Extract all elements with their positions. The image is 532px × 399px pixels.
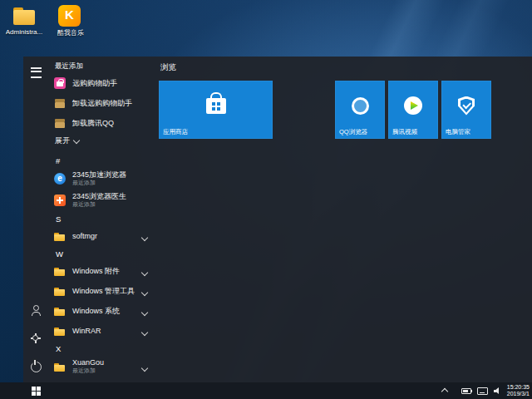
tray-chevron-up-icon[interactable]: [441, 388, 448, 395]
tile-label: 腾讯视频: [392, 128, 417, 136]
app-item-label: XuanGou: [72, 358, 104, 367]
app-folder-item[interactable]: softmgr: [48, 226, 155, 246]
settings-button[interactable]: [23, 329, 48, 347]
start-button[interactable]: [25, 382, 47, 399]
app-item-label: Windows 管理工具: [72, 286, 135, 297]
chevron-down-icon: [141, 365, 148, 372]
app-folder-item[interactable]: XuanGou 最近添加: [48, 356, 155, 377]
desktop: Administra... 酷我音乐 最近添加 远购购物助手: [0, 0, 532, 399]
app-item-label: 卸载远购购物助手: [72, 98, 132, 109]
tile-label: QQ浏览器: [339, 128, 367, 136]
app-item-subtitle: 最近添加: [72, 200, 126, 209]
tile-pc-manager[interactable]: 电脑管家: [441, 81, 491, 139]
section-letter-label: X: [56, 344, 61, 353]
section-letter-x[interactable]: X: [48, 341, 155, 356]
tile-empty-slot: [276, 81, 332, 139]
section-letter-label: S: [56, 214, 61, 224]
folder-icon: [53, 229, 66, 243]
taskbar-clock[interactable]: 15:20:35 2019/3/1: [507, 384, 530, 397]
app-item[interactable]: 远购购物助手: [48, 73, 155, 93]
folder-icon: [53, 304, 66, 318]
app-item-subtitle: 最近添加: [72, 179, 126, 187]
clock-date: 2019/3/1: [507, 391, 530, 397]
volume-icon[interactable]: [494, 387, 501, 394]
app-folder-item[interactable]: Windows 管理工具: [48, 281, 155, 301]
tile-label: 电脑管家: [446, 128, 470, 136]
folder-icon: [53, 264, 66, 278]
app-item[interactable]: 2345加速浏览器 最近添加: [48, 168, 155, 190]
user-icon: [30, 305, 42, 316]
section-letter-s[interactable]: S: [48, 211, 155, 226]
section-letter-label: #: [56, 156, 60, 165]
start-menu: 最近添加 远购购物助手 卸载远购购物助手 卸载腾讯QQ 展开 #: [23, 57, 532, 382]
app-folder-item[interactable]: Windows 系统: [48, 301, 155, 321]
desktop-icon-label: Administra...: [6, 28, 42, 36]
app-item[interactable]: 卸载腾讯QQ: [48, 113, 155, 133]
app-item-label: 2345加速浏览器: [72, 170, 126, 179]
chevron-down-icon: [141, 289, 148, 296]
power-button[interactable]: [23, 357, 48, 376]
app-item-label: 卸载腾讯QQ: [72, 118, 114, 129]
start-menu-tiles: 浏览 应用商店 QQ浏览器 腾讯视频: [155, 57, 532, 382]
app-item[interactable]: 2345浏览器医生 最近添加: [48, 190, 155, 211]
hamburger-icon: [31, 67, 42, 78]
recently-added-header: 最近添加: [48, 60, 155, 73]
desktop-icon-label: 酷我音乐: [57, 28, 84, 37]
uninstall-icon: [53, 96, 66, 110]
taskbar: 15:20:35 2019/3/1: [0, 382, 532, 399]
qq-browser-icon: [352, 97, 369, 115]
app-item-label: 远购购物助手: [72, 78, 117, 89]
play-icon: [404, 96, 422, 115]
section-letter-w[interactable]: W: [48, 246, 155, 261]
kuwo-music-icon: [58, 5, 81, 27]
desktop-icon-kuwo-music[interactable]: 酷我音乐: [52, 5, 90, 37]
tile-group-header[interactable]: 浏览: [160, 62, 532, 73]
desktop-icon-administrator[interactable]: Administra...: [5, 5, 43, 37]
chevron-down-icon: [141, 269, 148, 276]
expand-toggle[interactable]: 展开: [48, 133, 155, 148]
folder-icon: [53, 360, 66, 373]
app-item-label: WinRAR: [72, 327, 101, 335]
touch-keyboard-icon[interactable]: [477, 387, 488, 395]
folder-icon: [53, 324, 66, 337]
app-item-label: softmgr: [72, 232, 97, 240]
expand-label: 展开: [55, 135, 70, 146]
app-item-label: Windows 系统: [72, 306, 120, 317]
start-menu-app-list: 最近添加 远购购物助手 卸载远购购物助手 卸载腾讯QQ 展开 #: [48, 57, 155, 382]
chevron-down-icon: [141, 309, 148, 316]
windows-logo-icon: [32, 387, 41, 396]
expand-menu-button[interactable]: [23, 63, 48, 81]
app-folder-item[interactable]: WinRAR: [48, 321, 155, 341]
app-folder-item[interactable]: Windows 附件: [48, 261, 155, 281]
folder-icon: [53, 284, 66, 298]
gear-icon: [31, 333, 41, 343]
user-account-button[interactable]: [23, 301, 48, 319]
chevron-down-icon: [141, 234, 148, 241]
tile-qq-browser[interactable]: QQ浏览器: [335, 81, 385, 139]
uninstall-icon: [53, 116, 66, 130]
section-letter-hash[interactable]: #: [48, 153, 155, 168]
clock-time: 15:20:35: [507, 384, 530, 391]
chevron-down-icon: [73, 137, 80, 144]
desktop-icon-area: Administra... 酷我音乐: [5, 5, 90, 37]
app-item-label: Windows 附件: [72, 266, 120, 277]
app-item-label: 2345浏览器医生: [72, 192, 126, 200]
chevron-down-icon: [141, 329, 148, 336]
app-item-subtitle: 最近添加: [72, 367, 104, 375]
power-icon: [31, 362, 42, 372]
browser-doctor-icon: [53, 194, 66, 207]
section-letter-label: W: [56, 249, 63, 259]
folder-icon: [12, 5, 37, 27]
store-bag-icon: [206, 98, 226, 114]
start-menu-rail: [23, 57, 48, 382]
browser-e-icon: [53, 172, 66, 185]
app-item[interactable]: 卸载远购购物助手: [48, 93, 155, 113]
system-tray: 15:20:35 2019/3/1: [442, 384, 532, 397]
shopping-assistant-icon: [53, 76, 66, 90]
battery-icon[interactable]: [461, 388, 471, 394]
tile-tencent-video[interactable]: 腾讯视频: [388, 81, 438, 139]
tile-app-store[interactable]: 应用商店: [159, 81, 273, 139]
tile-label: 应用商店: [163, 128, 188, 136]
shield-icon: [458, 96, 475, 116]
